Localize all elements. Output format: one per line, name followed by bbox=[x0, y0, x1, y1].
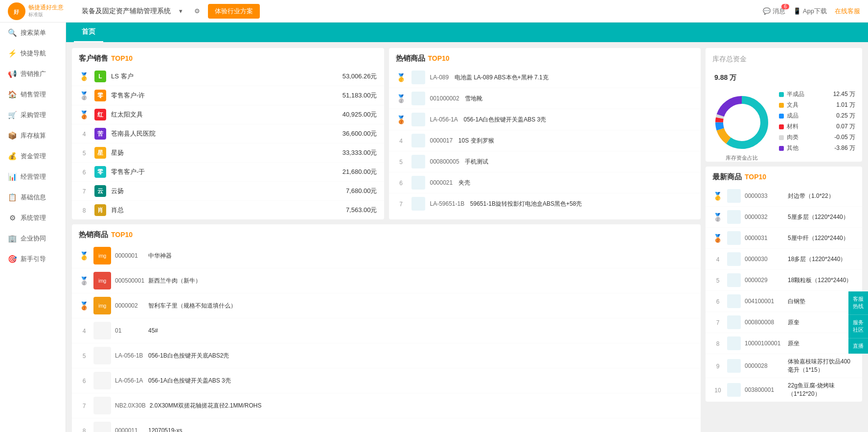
table-row: 8 肖 肖总 7,563.00元 bbox=[72, 201, 384, 219]
sidebar-item-inventory[interactable]: 📦 库存核算 bbox=[0, 125, 66, 146]
main-content: 首页 客户销售 TOP10 🥇 bbox=[66, 23, 868, 432]
rank-medal: 5 bbox=[396, 158, 407, 166]
list-item: 🥉 LA-056-1A 056-1A白色按键开关盖ABS 3壳 bbox=[389, 109, 701, 130]
product-code: 0000029 bbox=[745, 277, 784, 284]
sidebar-label-quicknav: 快捷导航 bbox=[21, 49, 46, 58]
product-info: 0000002 智利车子里（规格不知道填什么） bbox=[115, 302, 694, 310]
operation-icon: 📊 bbox=[8, 172, 17, 181]
product-code: 004100001 bbox=[745, 298, 784, 305]
product-info: 0000017 10S 变刹罗猴 bbox=[430, 137, 694, 145]
product-name: 056-1A白色按键开关盖ABS 3壳 bbox=[148, 377, 231, 385]
right-section: 库存总资金 9.88万 bbox=[706, 48, 862, 432]
sidebar-item-enterprise[interactable]: 🏢 企业协同 bbox=[0, 228, 66, 249]
product-name: 22g鱼豆腐-烧烤味（1*12*20） bbox=[788, 382, 855, 398]
legend-color bbox=[779, 135, 784, 140]
product-code: 0000021 bbox=[430, 179, 453, 186]
table-row: 🥈 零 零售客户-许 51,183.00元 bbox=[72, 86, 384, 105]
customer-amount: 21,680.00元 bbox=[343, 168, 377, 176]
product-img bbox=[727, 383, 741, 397]
sidebar-item-guide[interactable]: 🎯 新手引导 bbox=[0, 249, 66, 269]
system-dropdown-btn[interactable]: ▾ bbox=[175, 5, 186, 17]
logo-text: 畅捷通好生意 bbox=[28, 4, 64, 12]
hot-products-main-title: 热销商品 TOP10 bbox=[72, 224, 701, 243]
marketing-icon: 📢 bbox=[8, 70, 17, 78]
rank-medal: 🥉 bbox=[79, 301, 90, 311]
sidebar-item-finance[interactable]: 💰 资金管理 bbox=[0, 146, 66, 167]
rank-medal: 10 bbox=[712, 386, 723, 394]
product-name: 5厘中纤（1220*2440） bbox=[788, 234, 855, 242]
product-code: 0000032 bbox=[745, 214, 784, 220]
settings-icon[interactable]: ⚙ bbox=[190, 4, 204, 18]
sidebar-item-basic[interactable]: 📋 基础信息 bbox=[0, 187, 66, 208]
rank-medal: 🥉 bbox=[712, 234, 723, 243]
new-products-top: TOP10 bbox=[745, 173, 766, 181]
product-info: LA-056-1A 056-1A白色按键开关盖ABS 3壳 bbox=[430, 116, 694, 124]
rank-medal: 6 bbox=[79, 377, 90, 384]
product-name: 体验嘉枝味苏打饮品400毫升（1*15） bbox=[788, 358, 855, 374]
customer-amount: 7,563.00元 bbox=[346, 206, 377, 215]
customer-rank-label: 客户销售 bbox=[79, 54, 108, 63]
sidebar-item-sales[interactable]: 🏠 销售管理 bbox=[0, 84, 66, 105]
list-item: 4 01 45# bbox=[72, 318, 701, 343]
sidebar-item-marketing[interactable]: 📢 营销推广 bbox=[0, 64, 66, 84]
new-products-panel: 最新商品 TOP10 🥇 0000033 封边带（1.0*22） 🥈 00000… bbox=[706, 167, 862, 402]
product-info: 0000001 中华神器 bbox=[115, 252, 694, 260]
logo-icon: 好 bbox=[8, 2, 25, 20]
product-img bbox=[411, 92, 425, 105]
product-img bbox=[727, 252, 741, 266]
legend-color bbox=[779, 103, 784, 108]
product-name: 雪地靴 bbox=[465, 95, 482, 102]
product-img bbox=[727, 336, 741, 350]
rank-medal: 🥈 bbox=[396, 94, 407, 103]
float-action-button[interactable]: 直播 bbox=[848, 338, 868, 354]
table-row: 🥉 红 红太阳文具 40,925.00元 bbox=[72, 105, 384, 124]
rank-medal: 🥉 bbox=[79, 110, 90, 120]
inventory-title: 库存总资金 bbox=[712, 55, 855, 64]
rank-medal: 8 bbox=[79, 427, 90, 432]
rank-medal: 9 bbox=[712, 362, 723, 370]
hot-products-side-label: 热销商品 bbox=[396, 54, 425, 63]
legend-item: 半成品 12.45 万 bbox=[779, 90, 855, 98]
dashboard-content: 客户销售 TOP10 🥇 L LS 客户 53,006.26元 🥈 零 零售客户… bbox=[66, 42, 868, 432]
product-code: 0000011 bbox=[115, 427, 144, 432]
legend-color bbox=[779, 114, 784, 119]
app-download-action[interactable]: 📱 App下载 bbox=[793, 7, 827, 16]
legend-name: 肉类 bbox=[787, 133, 823, 142]
rank-badge: 零 bbox=[94, 90, 106, 101]
product-info: 000800005 手机测试 bbox=[430, 158, 694, 166]
try-plan-button[interactable]: 体验行业方案 bbox=[208, 4, 260, 19]
sidebar-label-purchase: 采购管理 bbox=[21, 111, 46, 120]
product-thumbnail bbox=[93, 397, 111, 414]
hot-products-side-top: TOP10 bbox=[428, 54, 450, 62]
sidebar-item-operation[interactable]: 📊 经营管理 bbox=[0, 167, 66, 187]
rank-medal: 7 bbox=[79, 402, 90, 409]
message-action[interactable]: 💬 消息 6 bbox=[763, 7, 785, 16]
nav-tab-home[interactable]: 首页 bbox=[74, 23, 103, 42]
product-name: 10S 变刹罗猴 bbox=[458, 137, 494, 144]
rank-medal: 🥇 bbox=[712, 192, 723, 201]
product-name: 5厘多层（1220*2440） bbox=[788, 213, 855, 221]
product-thumbnail: img bbox=[93, 272, 111, 289]
sidebar-item-system[interactable]: ⚙ 系统管理 bbox=[0, 208, 66, 228]
product-name: 056-1B白色按键开关底ABS2壳 bbox=[148, 352, 229, 360]
product-code: 01 bbox=[115, 327, 144, 334]
sidebar-item-purchase[interactable]: 🛒 采购管理 bbox=[0, 105, 66, 125]
customer-top-label: TOP10 bbox=[111, 54, 133, 62]
product-code: 0000033 bbox=[745, 192, 784, 199]
sidebar-item-search[interactable]: 🔍 搜索菜单 bbox=[0, 23, 66, 43]
product-info: 0000011 12070519-xs bbox=[115, 427, 694, 432]
float-action-button[interactable]: 服务 社区 bbox=[848, 315, 868, 338]
online-service[interactable]: 在线客服 bbox=[835, 7, 860, 16]
product-name: 夹壳 bbox=[458, 179, 470, 186]
list-item: 5 000800005 手机测试 bbox=[389, 151, 701, 172]
sidebar-item-quicknav[interactable]: ⚡ 快捷导航 bbox=[0, 43, 66, 64]
chart-area: 库存资金占比 半成品 12.45 万 文具 1.01 万 成品 0.25 万 材… bbox=[712, 90, 855, 155]
product-code: 001000002 bbox=[430, 95, 459, 102]
sidebar-label-search: 搜索菜单 bbox=[21, 28, 46, 37]
float-action-button[interactable]: 客服 热线 bbox=[848, 291, 868, 315]
rank-medal: 🥈 bbox=[712, 213, 723, 222]
table-row: 7 云 云扬 7,680.00元 bbox=[72, 182, 384, 201]
customer-amount: 7,680.00元 bbox=[346, 187, 377, 195]
app-label: App下载 bbox=[803, 7, 827, 16]
product-info: LA-089 电池盖 LA-089 ABS本色+黑种 7.1克 bbox=[430, 73, 694, 82]
